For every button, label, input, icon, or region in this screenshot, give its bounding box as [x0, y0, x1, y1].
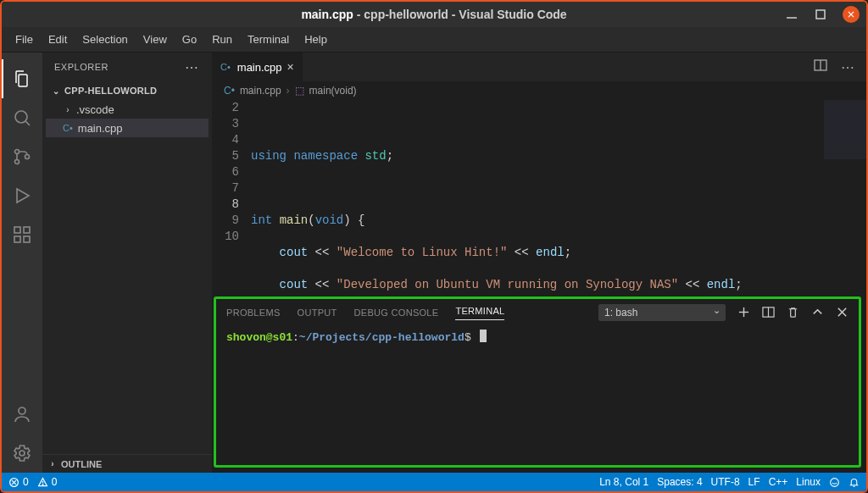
- breadcrumb[interactable]: C• main.cpp › ⬚ main(void): [212, 81, 866, 100]
- editor-area: C• main.cpp × ⋯ C• main.cpp › ⬚ main(voi…: [212, 53, 866, 473]
- menu-edit[interactable]: Edit: [42, 30, 74, 48]
- panel-tabs: PROBLEMS OUTPUT DEBUG CONSOLE TERMINAL 1…: [216, 299, 859, 326]
- status-cursor-pos[interactable]: Ln 8, Col 1: [599, 476, 648, 488]
- terminal-body[interactable]: shovon@s01:~/Projects/cpp-helloworld$: [216, 326, 859, 465]
- svg-marker-9: [17, 189, 29, 202]
- code-editor[interactable]: 2345678910 using namespace std; int main…: [212, 100, 866, 296]
- project-root[interactable]: ⌄ CPP-HELLOWORLD: [46, 81, 209, 100]
- trash-icon[interactable]: [787, 306, 799, 320]
- editor-tabs: C• main.cpp × ⋯: [212, 53, 866, 81]
- cpp-file-icon: C•: [63, 123, 73, 133]
- close-button[interactable]: [843, 6, 860, 23]
- chevron-right-icon: ›: [47, 459, 58, 468]
- svg-point-14: [19, 407, 25, 414]
- code-content[interactable]: using namespace std; int main(void) { co…: [251, 100, 866, 296]
- tab-close-icon[interactable]: ×: [287, 60, 294, 74]
- panel-tab-terminal[interactable]: TERMINAL: [455, 306, 504, 320]
- chevron-right-icon: ›: [63, 105, 73, 114]
- split-terminal-icon[interactable]: [762, 306, 775, 320]
- sidebar-title: EXPLORER: [54, 62, 108, 72]
- split-editor-icon[interactable]: [814, 58, 827, 75]
- tab-main-cpp[interactable]: C• main.cpp ×: [212, 53, 303, 81]
- new-terminal-icon[interactable]: [737, 306, 750, 320]
- svg-rect-11: [14, 236, 20, 242]
- activity-extensions[interactable]: [2, 215, 42, 254]
- status-errors[interactable]: 0: [8, 476, 29, 488]
- svg-rect-10: [14, 227, 20, 233]
- bell-icon[interactable]: [849, 477, 860, 488]
- svg-point-31: [831, 478, 839, 486]
- svg-point-7: [15, 160, 19, 164]
- status-eol[interactable]: LF: [748, 476, 760, 488]
- terminal-panel: PROBLEMS OUTPUT DEBUG CONSOLE TERMINAL 1…: [214, 296, 861, 468]
- svg-rect-1: [816, 10, 825, 19]
- cpp-file-icon: C•: [220, 62, 231, 72]
- terminal-select[interactable]: 1: bash: [598, 304, 726, 321]
- feedback-icon[interactable]: [829, 477, 840, 488]
- menubar: File Edit Selection View Go Run Terminal…: [2, 27, 866, 53]
- minimap[interactable]: [824, 100, 866, 185]
- panel-tab-debug-console[interactable]: DEBUG CONSOLE: [354, 307, 439, 318]
- activity-run-debug[interactable]: [2, 176, 42, 215]
- breadcrumb-symbol: main(void): [309, 85, 357, 97]
- svg-point-8: [25, 155, 30, 159]
- activity-explorer[interactable]: [2, 59, 42, 98]
- svg-point-30: [42, 484, 43, 485]
- activity-search[interactable]: [2, 98, 42, 137]
- activity-bar: [2, 53, 42, 473]
- status-spaces[interactable]: Spaces: 4: [657, 476, 702, 488]
- file-main-cpp[interactable]: C• main.cpp: [46, 119, 209, 137]
- svg-point-15: [19, 451, 25, 456]
- menu-terminal[interactable]: Terminal: [241, 30, 296, 48]
- status-encoding[interactable]: UTF-8: [711, 476, 740, 488]
- chevron-up-icon[interactable]: [811, 306, 824, 320]
- svg-point-6: [15, 150, 19, 154]
- status-os[interactable]: Linux: [796, 476, 821, 488]
- activity-settings[interactable]: [2, 434, 42, 473]
- folder-vscode[interactable]: › .vscode: [46, 100, 209, 119]
- window-title: main.cpp - cpp-helloworld - Visual Studi…: [2, 8, 866, 21]
- menu-view[interactable]: View: [136, 30, 174, 48]
- panel-tab-output[interactable]: OUTPUT: [298, 307, 337, 318]
- breadcrumb-file: main.cpp: [240, 85, 281, 97]
- svg-line-5: [25, 121, 30, 125]
- activity-accounts[interactable]: [2, 395, 42, 434]
- outline-section[interactable]: › OUTLINE: [42, 454, 212, 473]
- project-name: CPP-HELLOWORLD: [64, 86, 157, 96]
- tree-item-label: .vscode: [76, 103, 114, 116]
- terminal-cursor: [480, 330, 487, 342]
- chevron-down-icon: ⌄: [51, 86, 61, 96]
- tab-label: main.cpp: [237, 61, 282, 74]
- panel-tab-problems[interactable]: PROBLEMS: [226, 307, 281, 318]
- menu-go[interactable]: Go: [175, 30, 203, 48]
- menu-selection[interactable]: Selection: [75, 30, 134, 48]
- svg-point-4: [15, 111, 27, 123]
- menu-file[interactable]: File: [8, 30, 40, 48]
- activity-source-control[interactable]: [2, 137, 42, 176]
- menu-run[interactable]: Run: [205, 30, 239, 48]
- window-titlebar: main.cpp - cpp-helloworld - Visual Studi…: [2, 2, 866, 27]
- close-panel-icon[interactable]: [836, 306, 849, 320]
- outline-label: OUTLINE: [61, 459, 102, 469]
- svg-rect-13: [24, 227, 30, 233]
- minimize-button[interactable]: [785, 8, 798, 21]
- more-actions-icon[interactable]: ⋯: [841, 59, 856, 75]
- explorer-sidebar: EXPLORER ⋯ ⌄ CPP-HELLOWORLD › .vscode C•…: [42, 53, 212, 473]
- sidebar-more-icon[interactable]: ⋯: [185, 59, 200, 75]
- menu-help[interactable]: Help: [298, 30, 334, 48]
- cube-icon: ⬚: [295, 85, 304, 97]
- tree-item-label: main.cpp: [78, 122, 123, 135]
- svg-rect-12: [24, 236, 30, 242]
- status-language[interactable]: C++: [769, 476, 788, 488]
- chevron-right-icon: ›: [287, 85, 290, 97]
- maximize-button[interactable]: [814, 8, 827, 21]
- cpp-file-icon: C•: [224, 85, 235, 97]
- status-bar: 0 0 Ln 8, Col 1 Spaces: 4 UTF-8 LF C++ L…: [2, 473, 866, 491]
- status-warnings[interactable]: 0: [37, 476, 58, 488]
- line-gutter: 2345678910: [212, 100, 251, 296]
